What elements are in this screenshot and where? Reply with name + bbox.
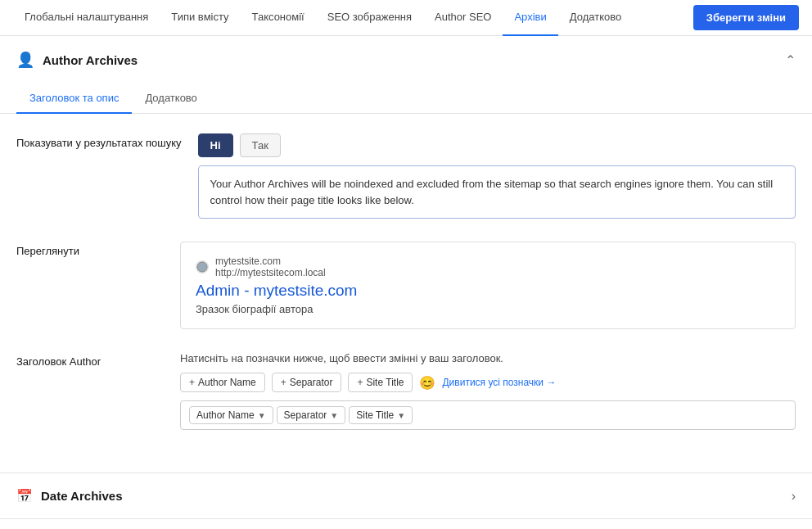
date-archives-section: 📅 Date Archives › (0, 473, 812, 519)
main-content: 👤 Author Archives ⌃ Заголовок та опис До… (0, 36, 812, 529)
tag-author-name[interactable]: + Author Name (180, 373, 265, 392)
chevron-right-icon: › (792, 489, 796, 504)
preview-site-name: mytestsite.com (215, 255, 326, 267)
tags-row: + Author Name + Separator + Site Title 😊 (180, 373, 796, 392)
preview-url: http://mytestsitecom.local (215, 267, 326, 278)
person-icon: 👤 (16, 51, 34, 69)
token-chevron-2: ▼ (330, 411, 338, 420)
nav-author-seo[interactable]: Author SEO (423, 0, 503, 36)
date-archives-left: 📅 Date Archives (16, 488, 123, 504)
preview-title: Admin - mytestsite.com (196, 282, 780, 300)
tab-additional[interactable]: Додатково (132, 84, 210, 114)
noindex-info-box: Your Author Archives will be noindexed a… (198, 165, 796, 219)
save-button[interactable]: Зберегти зміни (693, 5, 799, 30)
tab-title-desc[interactable]: Заголовок та опис (16, 84, 132, 114)
nav-seo-images[interactable]: SEO зображення (316, 0, 423, 36)
emoji-icon[interactable]: 😊 (419, 375, 435, 391)
plus-icon-3: + (357, 377, 363, 388)
view-all-tags-link[interactable]: Дивитися усі позначки → (442, 377, 556, 388)
top-navigation: Глобальні налаштування Типи вмісту Таксо… (0, 0, 812, 36)
toggle-hi-button[interactable]: Hi (198, 133, 233, 157)
calendar-icon: 📅 (16, 488, 33, 504)
token-separator-label: Separator (284, 409, 327, 421)
token-separator[interactable]: Separator ▼ (277, 406, 346, 424)
author-archives-body: Показувати у результатах пошуку Hi Так Y… (0, 114, 812, 472)
show-in-search-label: Показувати у результатах пошуку (16, 133, 182, 149)
preview-box: mytestsite.com http://mytestsitecom.loca… (180, 242, 796, 329)
plus-icon: + (189, 377, 195, 388)
chevron-up-icon: ⌃ (785, 52, 796, 68)
token-chevron-1: ▼ (258, 411, 266, 420)
token-site-title[interactable]: Site Title ▼ (349, 406, 413, 424)
tag-separator[interactable]: + Separator (272, 373, 342, 392)
title-tokens-input[interactable]: Author Name ▼ Separator ▼ Site Title ▼ (180, 400, 796, 430)
toggle-yes-button[interactable]: Так (240, 133, 281, 157)
tag-site-title-label: Site Title (366, 377, 404, 388)
token-author-name[interactable]: Author Name ▼ (189, 406, 273, 424)
preview-site-row: mytestsite.com http://mytestsitecom.loca… (196, 255, 780, 278)
svg-point-0 (197, 262, 207, 272)
author-archives-header-left: 👤 Author Archives (16, 51, 138, 69)
search-page-header[interactable]: 🔍 Search Page › (0, 519, 812, 529)
plus-icon-2: + (281, 377, 286, 388)
search-page-section: 🔍 Search Page › (0, 519, 812, 529)
author-title-content: Натисніть на позначки нижче, щоб ввести … (180, 352, 796, 430)
date-archives-title: Date Archives (41, 489, 123, 503)
author-title-instruction: Натисніть на позначки нижче, щоб ввести … (180, 352, 796, 364)
sub-tabs: Заголовок та опис Додатково (0, 84, 812, 114)
author-archives-header[interactable]: 👤 Author Archives ⌃ (0, 36, 812, 84)
preview-description: Зразок біографії автора (196, 303, 780, 315)
author-title-label: Заголовок Author (16, 352, 164, 368)
preview-row: Переглянути mytestsite.com http://mytest… (16, 242, 796, 329)
show-in-search-row: Показувати у результатах пошуку Hi Так Y… (16, 133, 796, 219)
preview-site-info: mytestsite.com http://mytestsitecom.loca… (215, 255, 326, 278)
nav-items: Глобальні налаштування Типи вмісту Таксо… (13, 0, 693, 36)
token-chevron-3: ▼ (397, 411, 405, 420)
preview-favicon (196, 260, 209, 274)
tag-site-title[interactable]: + Site Title (348, 373, 413, 392)
date-archives-header[interactable]: 📅 Date Archives › (0, 473, 812, 518)
toggle-group: Hi Так (198, 133, 796, 157)
author-archives-title: Author Archives (43, 53, 138, 67)
nav-taxonomies[interactable]: Таксономії (241, 0, 316, 36)
author-archives-section: 👤 Author Archives ⌃ Заголовок та опис До… (0, 36, 812, 473)
nav-archives[interactable]: Архіви (503, 0, 557, 36)
token-site-title-label: Site Title (356, 409, 394, 421)
preview-content: mytestsite.com http://mytestsitecom.loca… (180, 242, 796, 329)
show-in-search-content: Hi Так Your Author Archives will be noin… (198, 133, 796, 219)
token-author-name-label: Author Name (196, 409, 255, 421)
author-title-row: Заголовок Author Натисніть на позначки н… (16, 352, 796, 430)
tag-author-name-label: Author Name (198, 377, 256, 388)
tag-separator-label: Separator (290, 377, 333, 388)
nav-content-types[interactable]: Типи вмісту (160, 0, 240, 36)
nav-global[interactable]: Глобальні налаштування (13, 0, 160, 36)
nav-additional[interactable]: Додатково (558, 0, 633, 36)
preview-label: Переглянути (16, 242, 164, 257)
